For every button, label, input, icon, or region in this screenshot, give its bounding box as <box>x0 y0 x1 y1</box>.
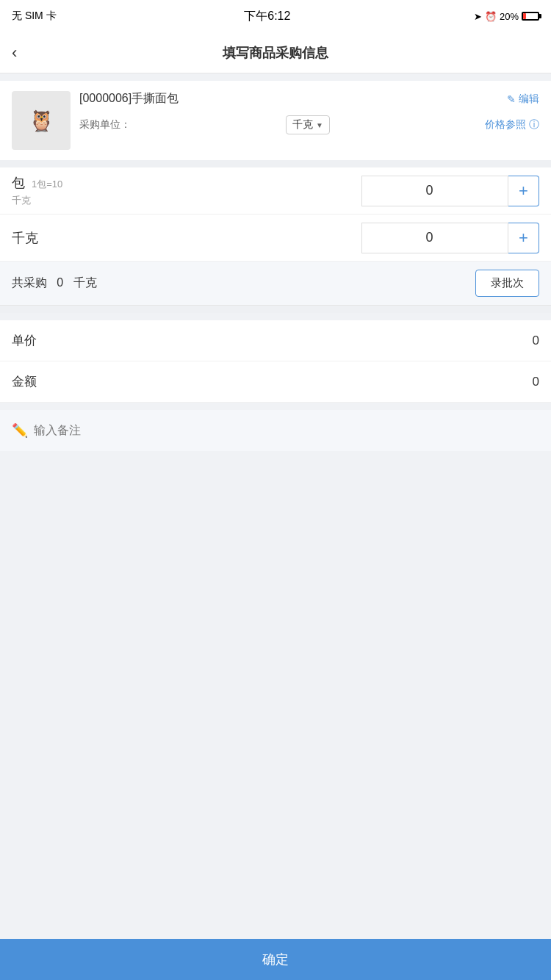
unit-price-label: 单价 <box>12 332 37 349</box>
section-divider-2 <box>0 306 551 313</box>
edit-button[interactable]: ✎ 编辑 <box>507 93 539 106</box>
back-button[interactable]: ‹ <box>12 43 17 62</box>
batch-record-button[interactable]: 录批次 <box>475 270 539 297</box>
edit-icon: ✎ <box>507 93 516 105</box>
unit-label-kg: 千克 <box>12 229 71 247</box>
no-sim-label: 无 SIM 卡 <box>12 10 57 23</box>
product-name-row: [0000006]手撕面包 ✎ 编辑 <box>79 91 539 107</box>
confirm-label: 确定 <box>262 951 289 968</box>
nav-bar: ‹ 填写商品采购信息 <box>0 32 551 73</box>
quantity-input-kg[interactable] <box>361 223 508 253</box>
quantity-input-bao[interactable] <box>361 176 508 206</box>
page-title: 填写商品采购信息 <box>223 44 328 62</box>
product-info: [0000006]手撕面包 ✎ 编辑 采购单位： 千克 ▼ 价格参照 ⓘ <box>79 91 539 134</box>
purchase-unit-row: 采购单位： 千克 ▼ 价格参照 ⓘ <box>79 115 539 134</box>
quantity-row-bao: 包 1包=10千克 + <box>0 167 551 215</box>
content-spacer <box>0 451 551 939</box>
product-card: 🦉 [0000006]手撕面包 ✎ 编辑 采购单位： 千克 ▼ 价格参照 ⓘ <box>0 81 551 160</box>
price-section: 单价 0 金额 0 <box>0 320 551 403</box>
alarm-icon: ⏰ <box>485 11 497 22</box>
unit-select[interactable]: 千克 ▼ <box>286 115 330 134</box>
pencil-icon: ✏️ <box>12 422 28 439</box>
battery-percent: 20% <box>500 11 519 22</box>
product-image: 🦉 <box>12 91 71 150</box>
status-bar: 无 SIM 卡 下午6:12 ➤ ⏰ 20% <box>0 0 551 32</box>
amount-value: 0 <box>533 375 539 389</box>
purchase-unit-label: 采购单位： <box>79 118 131 131</box>
quantity-plus-bao[interactable]: + <box>508 176 539 206</box>
unit-price-value: 0 <box>533 334 539 348</box>
unit-price-row: 单价 0 <box>0 320 551 361</box>
status-right: ➤ ⏰ 20% <box>474 11 539 22</box>
remark-section[interactable]: ✏️ <box>0 410 551 451</box>
quantity-controls-kg: + <box>361 223 539 253</box>
quantity-controls-bao: + <box>361 176 539 206</box>
location-icon: ➤ <box>474 11 482 22</box>
product-name: [0000006]手撕面包 <box>79 91 179 107</box>
unit-label-bao: 包 1包=10千克 <box>12 174 71 207</box>
help-icon: ⓘ <box>529 118 539 131</box>
quantity-row-kg: 千克 + <box>0 215 551 262</box>
product-logo: 🦉 <box>29 109 54 133</box>
total-section: 共采购 0 千克 录批次 <box>0 262 551 306</box>
quantity-plus-kg[interactable]: + <box>508 223 539 253</box>
section-divider-1 <box>0 160 551 167</box>
status-left: 无 SIM 卡 <box>12 10 61 23</box>
status-time: 下午6:12 <box>244 9 290 24</box>
confirm-button[interactable]: 确定 <box>0 939 551 980</box>
unit-arrow-icon: ▼ <box>316 121 323 129</box>
quantity-section: 包 1包=10千克 + 千克 + <box>0 167 551 262</box>
battery-icon <box>522 12 539 21</box>
remark-input[interactable] <box>34 424 539 437</box>
price-reference-button[interactable]: 价格参照 ⓘ <box>485 118 539 131</box>
amount-row: 金额 0 <box>0 361 551 403</box>
amount-label: 金额 <box>12 373 37 390</box>
total-text: 共采购 0 千克 <box>12 275 97 291</box>
